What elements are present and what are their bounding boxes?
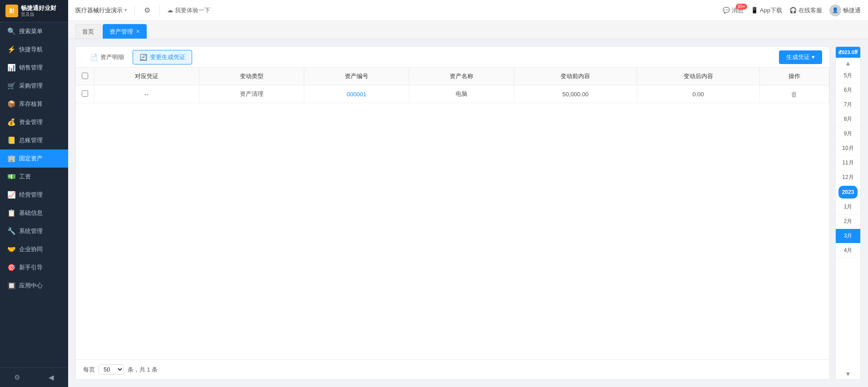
close-panel-icon[interactable]: ✕ xyxy=(854,49,858,54)
sidebar-item-quick-nav[interactable]: ⚡快捷导航 xyxy=(0,40,68,59)
row-change-type: 资产清理 xyxy=(199,85,304,103)
system-icon: 🔧 xyxy=(7,227,15,235)
generate-voucher-label: 生成凭证 xyxy=(786,53,810,61)
app-center-icon: 🔲 xyxy=(7,282,15,290)
logo-subtitle: 普及版 xyxy=(21,12,56,17)
month-item[interactable]: 12月 xyxy=(836,170,860,185)
month-item[interactable]: 11月 xyxy=(836,156,860,170)
col-asset-name: 资产名称 xyxy=(409,68,514,85)
col-voucher: 对应凭证 xyxy=(94,68,199,85)
col-after-change: 变动后内容 xyxy=(637,68,759,85)
table-row: -- 资产清理 000001 电脑 50,000.00 0.00 🗑 xyxy=(76,85,829,103)
topbar-right: 💬 消息 99+ 📱 App下载 🎧 在线客服 👤 畅捷通 xyxy=(723,5,861,16)
sub-tabs: 📄 资产明细 🔄 变更生成凭证 生成凭证 ▾ xyxy=(76,47,829,68)
col-checkbox xyxy=(76,68,94,85)
experience-btn[interactable]: ☁ 我要体验一下 xyxy=(167,6,210,15)
sales-icon: 📊 xyxy=(7,64,15,72)
settings-icon[interactable]: ⚙ xyxy=(12,372,22,383)
generate-voucher-dropdown-icon: ▾ xyxy=(812,54,815,60)
page-content: 📄 资产明细 🔄 变更生成凭证 生成凭证 ▾ xyxy=(68,39,868,387)
row-asset-no: 000001 xyxy=(304,85,409,103)
sidebar-item-app-center[interactable]: 🔲应用中心 xyxy=(0,277,68,295)
month-item[interactable]: 6月 xyxy=(836,83,860,98)
sidebar-item-guide[interactable]: 🎯新手引导 xyxy=(0,258,68,277)
search-icon: 🔍 xyxy=(7,27,15,35)
tab-close-icon[interactable]: ✕ xyxy=(136,29,140,35)
sidebar-item-system[interactable]: 🔧系统管理 xyxy=(0,222,68,240)
sidebar-item-enterprise[interactable]: 🤝企业协同 xyxy=(0,240,68,258)
tab-home[interactable]: 首页 xyxy=(75,24,101,39)
tab-asset-management[interactable]: 资产管理 ✕ xyxy=(103,24,147,39)
month-item[interactable]: 9月 xyxy=(836,127,860,141)
select-all-checkbox[interactable] xyxy=(82,73,88,79)
company-name: 医疗器械行业演示 xyxy=(75,6,123,15)
main-content: 医疗器械行业演示 ▾ ⚙ ☁ 我要体验一下 💬 消息 99+ 📱 App下载 🎧… xyxy=(68,0,868,387)
row-after-change: 0.00 xyxy=(637,85,759,103)
expand-icon[interactable]: ⤢ xyxy=(838,49,842,55)
month-item[interactable]: 4月 xyxy=(836,243,860,258)
generate-voucher-button[interactable]: 生成凭证 ▾ xyxy=(779,50,822,64)
month-item[interactable]: 1月 xyxy=(836,200,860,214)
sidebar-item-inventory[interactable]: 📦库存核算 xyxy=(0,95,68,113)
sidebar-item-search[interactable]: 🔍搜索菜单 xyxy=(0,22,68,40)
user-profile-btn[interactable]: 👤 畅捷通 xyxy=(829,5,861,16)
sidebar-item-fixed-assets[interactable]: 🏢固定资产 xyxy=(0,149,68,168)
sidebar-item-sales[interactable]: 📊销售管理 xyxy=(0,59,68,77)
per-page-select[interactable]: 50 10 20 100 xyxy=(99,364,124,375)
sub-tab-asset-detail-label: 资产明细 xyxy=(100,53,124,61)
message-icon: 💬 xyxy=(723,7,730,14)
sidebar-item-purchase[interactable]: 🛒采购管理 xyxy=(0,77,68,95)
operations-icon: 📈 xyxy=(7,191,15,199)
sidebar-item-basic-info[interactable]: 📋基础信息 xyxy=(0,204,68,222)
row-before-change: 50,000.00 xyxy=(514,85,637,103)
company-selector[interactable]: 医疗器械行业演示 ▾ xyxy=(75,6,127,15)
scroll-down-btn[interactable]: ▼ xyxy=(836,368,860,379)
total-label: 条，共 1 条 xyxy=(128,366,158,374)
month-item[interactable]: 10月 xyxy=(836,141,860,156)
month-item[interactable]: 5月 xyxy=(836,69,860,83)
asset-detail-icon: 📄 xyxy=(90,54,98,61)
sidebar-item-funds[interactable]: 💰资金管理 xyxy=(0,113,68,131)
experience-icon: ☁ xyxy=(167,7,173,14)
app-download-label: App下载 xyxy=(760,6,782,15)
data-table: 对应凭证 变动类型 资产编号 资产名称 变动前内容 变动后内容 操作 -- 资产… xyxy=(76,68,829,103)
month-item[interactable]: 3月 xyxy=(836,229,860,243)
table-body: -- 资产清理 000001 电脑 50,000.00 0.00 🗑 xyxy=(76,85,829,103)
sub-tab-asset-detail[interactable]: 📄 资产明细 xyxy=(83,50,131,64)
collapse-icon[interactable]: ◀ xyxy=(47,372,56,383)
sidebar: 财 畅捷通好业财 普及版 🔍搜索菜单⚡快捷导航📊销售管理🛒采购管理📦库存核算💰资… xyxy=(0,0,68,387)
sidebar-item-label-basic-info: 基础信息 xyxy=(19,209,43,217)
month-item[interactable]: 2月 xyxy=(836,214,860,229)
sidebar-item-label-sales: 销售管理 xyxy=(19,64,43,72)
logo-title: 畅捷通好业财 xyxy=(21,5,56,12)
row-checkbox[interactable] xyxy=(82,90,88,97)
month-list: 5月6月7月8月9月10月11月12月20231月2月3月4月 xyxy=(836,69,860,368)
change-voucher-icon: 🔄 xyxy=(139,54,147,61)
row-checkbox-cell xyxy=(76,85,94,103)
tab-home-label: 首页 xyxy=(82,28,94,36)
sub-tab-change-voucher[interactable]: 🔄 变更生成凭证 xyxy=(133,50,192,64)
ledger-icon: 📒 xyxy=(7,136,15,144)
sidebar-item-label-salary: 工资 xyxy=(19,173,31,181)
app-download-btn[interactable]: 📱 App下载 xyxy=(751,6,782,15)
row-operation: 🗑 xyxy=(759,85,829,103)
topbar: 医疗器械行业演示 ▾ ⚙ ☁ 我要体验一下 💬 消息 99+ 📱 App下载 🎧… xyxy=(68,0,868,21)
sidebar-item-label-guide: 新手引导 xyxy=(19,263,43,272)
row-asset-name: 电脑 xyxy=(409,85,514,103)
year-label-2023: 2023 xyxy=(838,186,858,199)
app-download-icon: 📱 xyxy=(751,7,758,14)
tab-nav: 首页 资产管理 ✕ xyxy=(68,21,868,39)
sidebar-item-label-app-center: 应用中心 xyxy=(19,282,43,290)
main-card: 📄 资产明细 🔄 变更生成凭证 生成凭证 ▾ xyxy=(75,46,830,380)
delete-icon[interactable]: 🗑 xyxy=(791,90,798,98)
online-service-label: 在线客服 xyxy=(799,6,822,15)
messages-btn[interactable]: 💬 消息 99+ xyxy=(723,6,744,15)
month-item[interactable]: 7月 xyxy=(836,98,860,112)
scroll-up-btn[interactable]: ▲ xyxy=(836,58,860,69)
sidebar-item-operations[interactable]: 📈经营管理 xyxy=(0,186,68,204)
online-service-btn[interactable]: 🎧 在线客服 xyxy=(789,6,822,15)
settings-gear-icon[interactable]: ⚙ xyxy=(142,4,152,16)
sidebar-item-ledger[interactable]: 📒总账管理 xyxy=(0,131,68,149)
sidebar-item-salary[interactable]: 💵工资 xyxy=(0,168,68,186)
month-item[interactable]: 8月 xyxy=(836,112,860,127)
